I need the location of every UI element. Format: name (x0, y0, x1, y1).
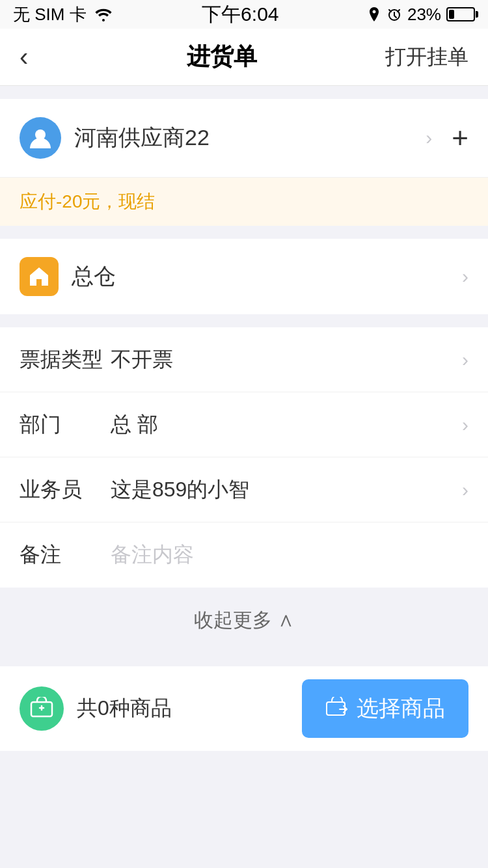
supplier-card: 河南供应商22 › + 应付-20元，现结 (0, 99, 488, 226)
status-time: 下午6:04 (202, 1, 278, 28)
select-cart-icon (325, 697, 349, 720)
status-left: 无 SIM 卡 (13, 3, 114, 26)
department-row[interactable]: 部门 总 部 › (0, 392, 488, 457)
salesperson-value: 这是859的小智 (111, 476, 462, 504)
salesperson-chevron-icon: › (462, 479, 468, 501)
invoice-value: 不开票 (111, 346, 462, 374)
collapse-label: 收起更多 ∧ (194, 609, 293, 631)
warehouse-name: 总仓 (72, 262, 462, 292)
product-count: 共0种商品 (77, 694, 289, 723)
add-supplier-button[interactable]: + (452, 124, 468, 152)
battery-fill (449, 10, 454, 19)
wifi-icon (93, 7, 114, 21)
warehouse-row[interactable]: 总仓 › (0, 239, 488, 314)
remark-input[interactable]: 备注内容 (111, 541, 468, 569)
department-value: 总 部 (111, 411, 462, 439)
notice-row: 应付-20元，现结 (0, 178, 488, 226)
salesperson-label: 业务员 (20, 476, 104, 504)
salesperson-row[interactable]: 业务员 这是859的小智 › (0, 457, 488, 522)
supplier-name: 河南供应商22 (74, 123, 426, 153)
bottom-bar: 共0种商品 选择商品 (0, 666, 488, 751)
nav-bar: ‹ 进货单 打开挂单 (0, 29, 488, 86)
open-pending-button[interactable]: 打开挂单 (385, 43, 468, 72)
status-bar: 无 SIM 卡 下午6:04 23% (0, 0, 488, 29)
back-button[interactable]: ‹ (20, 42, 59, 72)
status-right: 23% (367, 5, 475, 25)
select-product-button[interactable]: 选择商品 (302, 679, 468, 738)
carrier-label: 无 SIM 卡 (13, 3, 87, 26)
invoice-row[interactable]: 票据类型 不开票 › (0, 327, 488, 392)
warehouse-card: 总仓 › (0, 239, 488, 314)
supplier-row[interactable]: 河南供应商22 › + (0, 99, 488, 178)
cart-icon (29, 697, 55, 720)
notice-text: 应付-20元，现结 (20, 191, 155, 211)
warehouse-chevron-icon: › (462, 265, 468, 288)
remark-row[interactable]: 备注 备注内容 (0, 522, 488, 588)
house-icon (27, 265, 51, 288)
supplier-chevron-icon: › (426, 127, 432, 149)
form-card: 票据类型 不开票 › 部门 总 部 › 业务员 这是859的小智 › 备注 备注… (0, 327, 488, 588)
content: 河南供应商22 › + 应付-20元，现结 总仓 › 票据类型 不开票 › 部门 (0, 99, 488, 751)
supplier-avatar (20, 117, 61, 159)
warehouse-icon (20, 257, 59, 296)
invoice-label: 票据类型 (20, 346, 104, 374)
remark-label: 备注 (20, 541, 104, 569)
department-chevron-icon: › (462, 414, 468, 436)
avatar-icon (27, 125, 53, 151)
department-label: 部门 (20, 411, 104, 439)
invoice-chevron-icon: › (462, 349, 468, 371)
page-title: 进货单 (187, 41, 257, 73)
product-icon (20, 686, 64, 731)
alarm-icon (386, 6, 402, 23)
collapse-row[interactable]: 收起更多 ∧ (0, 588, 488, 653)
select-product-label: 选择商品 (357, 694, 445, 724)
location-icon (367, 6, 381, 23)
battery-percent: 23% (407, 5, 441, 25)
battery-icon (446, 7, 475, 21)
